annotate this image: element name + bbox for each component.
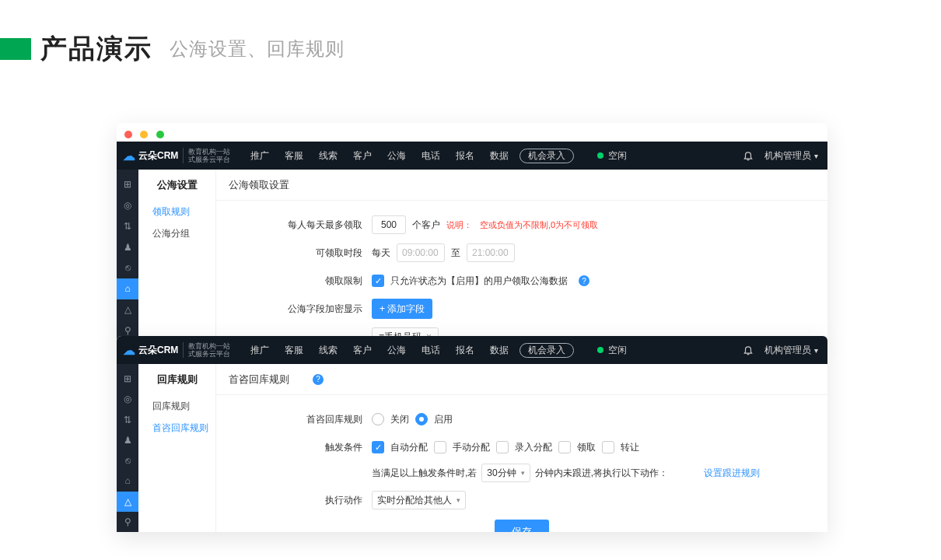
checkbox-entry[interactable]: [496, 441, 509, 453]
window-public-pool: ☁ 云朵CRM 教育机构一站式服务云平台 推广 客服 线索 客户 公海 电话 报…: [117, 123, 827, 341]
status-indicator: 空闲: [597, 149, 627, 163]
top-bar: ☁ 云朵CRM 教育机构一站式服务云平台 推广 客服 线索 客户 公海 电话 报…: [117, 336, 827, 364]
nav-item[interactable]: 数据: [482, 149, 516, 163]
user-label: 机构管理员: [764, 344, 811, 357]
icon-rail: ⊞ ◎ ⇅ ♟ ⎋ ⌂ △ ⚲: [117, 170, 138, 341]
status-text: 空闲: [608, 344, 627, 357]
add-field-button[interactable]: + 添加字段: [372, 299, 432, 319]
radio-off[interactable]: [372, 413, 384, 425]
label-action: 执行动作: [216, 494, 372, 507]
sidebar-item-first-consult[interactable]: 首咨回库规则: [138, 417, 215, 439]
rail-icon[interactable]: ♟: [117, 430, 138, 450]
sidebar-item-group[interactable]: 公海分组: [138, 222, 215, 244]
nav-item[interactable]: 推广: [243, 149, 277, 163]
radio-off-label: 关闭: [390, 413, 409, 426]
rail-icon[interactable]: ◎: [117, 195, 138, 216]
help-icon[interactable]: ?: [579, 275, 589, 286]
rail-icon[interactable]: ⇅: [117, 216, 138, 237]
chevron-down-icon: ▾: [457, 496, 460, 504]
rail-icon[interactable]: △: [117, 299, 138, 320]
action-select[interactable]: 实时分配给其他人▾: [372, 491, 466, 509]
opportunity-entry-button[interactable]: 机会录入: [519, 149, 574, 163]
time-from-input[interactable]: [397, 243, 445, 262]
window-return-rules: ☁ 云朵CRM 教育机构一站式服务云平台 推广 客服 线索 客户 公海 电话 报…: [117, 336, 827, 532]
slide-subtitle: 公海设置、回库规则: [170, 37, 345, 61]
sidebar-title: 回库规则: [138, 364, 215, 395]
label-time-range: 可领取时段: [216, 247, 372, 260]
nav-item[interactable]: 报名: [448, 149, 482, 163]
rail-icon[interactable]: ♟: [117, 236, 138, 257]
nav-item[interactable]: 公海: [380, 149, 414, 163]
checkbox-claim[interactable]: [558, 441, 571, 453]
bell-icon[interactable]: [743, 150, 754, 161]
trigger-note: 当满足以上触发条件时,若 30分钟▾ 分钟内未跟进,将执行以下动作： 设置跟进规…: [372, 464, 827, 482]
sidebar-item-return-rules[interactable]: 回库规则: [138, 395, 215, 417]
checkbox-enabled-only[interactable]: ✓: [372, 275, 384, 287]
rail-icon[interactable]: ⎋: [117, 257, 138, 278]
sidebar-item-claim-rules[interactable]: 领取规则: [138, 201, 215, 222]
nav-item[interactable]: 公海: [380, 344, 414, 357]
checkbox-transfer[interactable]: [602, 441, 614, 453]
logo-text: 云朵CRM: [138, 344, 178, 357]
rail-icon[interactable]: ⚲: [117, 512, 138, 532]
nav-item[interactable]: 推广: [243, 344, 277, 357]
daily-limit-input[interactable]: [372, 215, 406, 234]
help-icon[interactable]: ?: [313, 374, 324, 385]
rail-icon-active[interactable]: △: [117, 492, 138, 512]
delay-select[interactable]: 30分钟▾: [481, 464, 530, 482]
chevron-down-icon: ▾: [521, 469, 525, 477]
content-area: 首咨回库规则 ? 首咨回库规则 关闭 启用 触发条件 ✓自动分配: [216, 364, 827, 532]
nav-item[interactable]: 客户: [345, 344, 380, 357]
save-button[interactable]: 保存: [495, 520, 549, 532]
rail-icon[interactable]: ⇅: [117, 410, 138, 430]
content-area: 公海领取设置 每人每天最多领取 个客户 说明： 空或负值为不限制,0为不可领取 …: [216, 170, 827, 341]
logo[interactable]: ☁ 云朵CRM 教育机构一站式服务云平台: [117, 148, 236, 163]
close-icon[interactable]: [124, 131, 132, 138]
user-menu[interactable]: 机构管理员 ▾: [764, 149, 818, 163]
nav-item[interactable]: 电话: [414, 344, 448, 357]
maximize-icon[interactable]: [156, 131, 164, 138]
daily-text: 每天: [372, 247, 390, 260]
label-trigger: 触发条件: [216, 441, 372, 454]
label-restriction: 领取限制: [216, 275, 372, 288]
rail-icon[interactable]: ◎: [117, 389, 138, 409]
chevron-down-icon: ▾: [814, 152, 818, 160]
nav-item[interactable]: 线索: [311, 344, 345, 357]
status-dot-icon: [597, 152, 603, 159]
label-daily-limit: 每人每天最多领取: [216, 219, 372, 232]
checkbox-manual[interactable]: [434, 441, 446, 453]
nav-item[interactable]: 线索: [311, 149, 345, 163]
to-text: 至: [451, 247, 460, 260]
set-followup-link[interactable]: 设置跟进规则: [704, 467, 760, 480]
time-to-input[interactable]: [467, 243, 515, 262]
rail-icon-active[interactable]: ⌂: [117, 278, 138, 299]
checkbox-auto[interactable]: ✓: [372, 441, 384, 453]
minimize-icon[interactable]: [140, 131, 148, 138]
user-label: 机构管理员: [764, 149, 811, 163]
nav-item[interactable]: 电话: [414, 149, 448, 163]
nav-item[interactable]: 报名: [448, 344, 482, 357]
sidebar: 公海设置 领取规则 公海分组: [138, 170, 216, 341]
sidebar: 回库规则 回库规则 首咨回库规则: [138, 364, 216, 532]
slide-title: 产品演示: [40, 31, 152, 67]
rail-icon[interactable]: ⊞: [117, 369, 138, 389]
label-rule: 首咨回库规则: [216, 413, 372, 426]
rail-icon[interactable]: ⎋: [117, 450, 138, 471]
content-title: 公海领取设置: [216, 170, 827, 201]
icon-rail: ⊞ ◎ ⇅ ♟ ⎋ ⌂ △ ⚲: [117, 364, 138, 532]
rail-icon[interactable]: ⌂: [117, 471, 138, 491]
radio-on[interactable]: [415, 413, 428, 425]
nav-item[interactable]: 客服: [277, 344, 311, 357]
nav-item[interactable]: 客服: [277, 149, 311, 163]
user-menu[interactable]: 机构管理员 ▾: [764, 344, 818, 357]
opportunity-entry-button[interactable]: 机会录入: [519, 343, 574, 358]
nav-item[interactable]: 数据: [482, 344, 516, 357]
chevron-down-icon: ▾: [814, 346, 818, 355]
nav-item[interactable]: 客户: [345, 149, 380, 163]
label-encrypt-fields: 公海字段加密显示: [216, 303, 372, 316]
restriction-text: 只允许状态为【启用】的用户领取公海数据: [390, 275, 568, 288]
bell-icon[interactable]: [743, 345, 754, 355]
logo[interactable]: ☁ 云朵CRM 教育机构一站式服务云平台: [117, 342, 236, 358]
top-bar: ☁ 云朵CRM 教育机构一站式服务云平台 推广 客服 线索 客户 公海 电话 报…: [117, 142, 827, 170]
rail-icon[interactable]: ⊞: [117, 174, 138, 195]
